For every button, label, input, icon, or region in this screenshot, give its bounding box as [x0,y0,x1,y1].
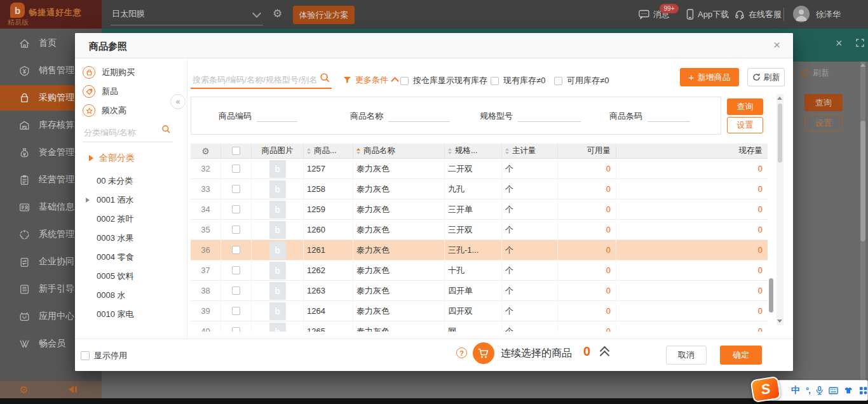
refresh-button[interactable]: 刷新 [747,68,785,86]
row-checkbox[interactable] [232,165,240,173]
confirm-button[interactable]: 确定 [720,346,762,365]
field-product-name[interactable]: 商品名称 [350,111,450,122]
table-row[interactable]: 38 1263 泰力灰色 四开单 个 0 0 [191,281,768,301]
checkbox[interactable] [81,351,90,360]
add-product-button[interactable]: 新增商品 [680,68,739,86]
app-download-button[interactable]: App下载 [686,0,729,29]
table-row[interactable]: 40 1265 泰力灰色 网 个 0 0 [191,321,768,332]
trial-plan-button[interactable]: 体验行业方案 [293,6,355,24]
table-row[interactable]: 36 1261 泰力灰色 三孔-1... 个 0 0 [191,240,768,260]
fullscreen-icon[interactable] [856,39,864,47]
field-spec-model[interactable]: 规格型号 [480,111,581,122]
table-row[interactable]: 32 1257 泰力灰色 二开双 个 0 0 [191,159,768,179]
scroll-down-icon[interactable] [777,320,782,323]
table-scrollbar-thumb[interactable] [769,278,773,313]
collapse-up-icon[interactable] [600,347,610,358]
checkbox-available-nonzero[interactable]: 可用库存≠0 [554,75,609,86]
background-settings-button[interactable]: 设置 [804,114,843,131]
row-checkbox[interactable] [232,286,240,295]
query-button[interactable]: 查询 [727,98,763,115]
product-search-input[interactable]: 搜索条码/编码/名称/规格型号/别名 [193,74,317,86]
column-settings-gear-icon[interactable]: ⚙ [191,144,221,158]
skin-shirt-icon[interactable] [844,386,853,394]
org-select[interactable]: 日太阳膜 [112,8,145,20]
background-scrollbar[interactable] [860,62,865,398]
select-all-checkbox[interactable] [232,147,240,155]
category-item[interactable]: 0004 零食 [75,248,187,267]
row-checkbox[interactable] [232,185,240,193]
header-unit[interactable]: 主计量 [502,144,558,158]
field-input[interactable] [388,111,450,122]
field-product-code[interactable]: 商品编码 [219,111,297,122]
grid-menu-icon[interactable] [859,386,867,395]
row-checkbox[interactable] [232,307,240,315]
category-item[interactable]: 00 未分类 [75,172,187,191]
show-disabled-checkbox-group[interactable]: 显示停用 [81,350,127,361]
table-row[interactable]: 35 1260 泰力灰色 三开双 个 0 0 [191,220,768,240]
row-checkbox[interactable] [232,266,240,274]
table-row[interactable]: 33 1258 泰力灰色 九孔 个 0 0 [191,179,768,199]
category-item[interactable]: 0001 酒水 [75,191,187,210]
username[interactable]: 徐泽华 [816,0,841,29]
category-search-icon[interactable] [161,125,171,134]
sort-icon[interactable] [505,148,509,154]
category-item[interactable]: 0008 水 [75,286,187,305]
checkbox-stock-nonzero[interactable]: 现有库存≠0 [491,75,545,86]
sidebar-collapse-icon[interactable] [69,386,77,393]
scroll-up-icon[interactable] [777,97,782,100]
keyboard-icon[interactable] [829,387,838,394]
ime-lang-button[interactable]: 中 [791,385,800,396]
table-row[interactable]: 37 1262 泰力灰色 十孔 个 0 0 [191,260,768,281]
quick-filter-new[interactable]: 新品 [83,84,118,99]
help-icon[interactable]: ? [456,347,467,358]
avatar[interactable] [793,6,810,22]
header-stock[interactable]: 现存量 [616,144,768,158]
row-checkbox[interactable] [232,246,240,254]
table-row[interactable]: 39 1264 泰力灰色 四开双 个 0 0 [191,301,768,321]
category-search-input[interactable]: 分类编码/名称 [84,127,136,138]
modal-scrollbar-thumb[interactable] [778,104,782,163]
checkbox[interactable] [491,77,499,85]
sidebar-settings-gear-icon[interactable]: ⚙ [19,384,28,396]
header-spec[interactable]: 规格... [445,144,502,158]
header-image[interactable]: 商品图片 [252,144,304,158]
field-input[interactable] [648,111,690,122]
search-icon[interactable] [320,72,330,83]
table-row[interactable]: 34 1259 泰力灰色 三开单 个 0 0 [191,199,768,220]
category-item[interactable]: 0005 饮料 [75,267,187,286]
row-checkbox[interactable] [232,226,240,234]
gear-icon[interactable]: ⚙ [273,7,282,20]
quick-filter-frequent[interactable]: 频次高 [83,103,126,118]
modal-close-icon[interactable]: × [773,38,780,52]
header-name[interactable]: 商品名称 [353,144,445,158]
settings-button[interactable]: 设置 [727,117,763,133]
checkbox[interactable] [554,77,562,85]
ime-logo[interactable]: S [750,376,781,403]
background-close-icon[interactable]: × [836,37,843,50]
mic-icon[interactable] [816,386,823,395]
quick-filter-recent[interactable]: 近期购买 [83,65,135,80]
checkbox[interactable] [400,77,409,85]
row-checkbox[interactable] [232,327,240,332]
sort-icon-active[interactable] [356,148,360,154]
background-scrollbar-thumb[interactable] [860,121,865,241]
header-available[interactable]: 可用量 [558,144,616,158]
row-checkbox[interactable] [232,205,240,213]
checkbox-by-warehouse[interactable]: 按仓库显示现有库存 [400,75,487,86]
background-query-button[interactable]: 查询 [804,94,843,111]
cart-icon[interactable] [473,342,494,364]
chevron-down-icon[interactable] [252,9,261,18]
field-barcode[interactable]: 商品条码 [609,111,690,122]
field-input[interactable] [257,111,297,122]
category-all[interactable]: 全部分类 [89,152,135,164]
modal-scrollbar[interactable] [776,94,783,325]
background-refresh-button[interactable]: 刷新 [801,67,829,79]
header-code[interactable]: 商品... [304,144,353,158]
sort-icon[interactable] [307,148,311,154]
ime-punctuation-button[interactable]: °, [806,386,810,395]
category-item[interactable]: 0002 茶叶 [75,210,187,229]
sort-icon[interactable] [448,148,452,154]
cancel-button[interactable]: 取消 [666,346,707,365]
category-item[interactable]: 0010 家电 [75,305,187,324]
online-service-button[interactable]: 在线客服 [735,0,782,29]
